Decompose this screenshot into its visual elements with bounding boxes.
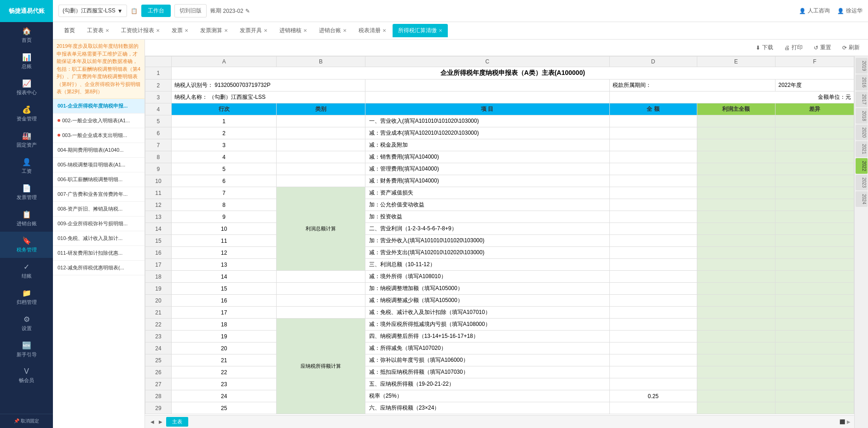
tab-salary[interactable]: 工资表 ✕ [81,24,115,37]
year-2020[interactable]: 2020 [856,125,868,140]
close-income-tax-tab[interactable]: ✕ [439,28,442,33]
scroll-icon: ⬛ [839,419,845,424]
scroll-right-icon[interactable]: ▶ [847,419,851,424]
table-row: 29 25 六、应纳所得税额（23×24） [145,402,854,414]
year-2016[interactable]: 2016 [856,74,868,90]
header-je: 全 额 [609,103,697,115]
tab-home[interactable]: 首页 [58,24,81,37]
close-salary-stats-tab[interactable]: ✕ [156,28,160,33]
unit-cell: 金额单位：元 [609,91,854,103]
tab-tax-forms[interactable]: 税表清册 ✕ [353,24,392,37]
table-row-meta-1: 2 纳税人识别号： 91320500703719732P 税款所属期间： 202… [145,80,854,91]
list-item-010[interactable]: 010-免税、减计收入及加计... [53,231,145,246]
list-item-005[interactable]: 005-纳税调整项目明细表(A1... [53,158,145,172]
sidebar-item-tax[interactable]: 🔖 税务管理 [0,232,53,258]
sheet-tabs-right: ⬛ ▶ [839,419,851,424]
table-row: 8 4 减：销售费用(填写A104000) [145,151,854,163]
sidebar-item-settle[interactable]: ✓ 结账 [0,258,53,284]
refresh-button[interactable]: ⟳ 刷新 [839,42,862,53]
sidebar-item-sales[interactable]: 📋 进销台账 [0,205,53,232]
sidebar-item-assets[interactable]: 🏭 固定资产 [0,127,53,153]
company-selector[interactable]: (勾删）江西服宝-LSS ▼ [58,5,127,17]
close-invoice-issue-tab[interactable]: ✕ [264,28,267,33]
reset-button[interactable]: ↺ 重置 [811,42,834,53]
assets-icon: 🏭 [22,131,31,140]
sidebar-item-invoice[interactable]: 📄 发票管理 [0,179,53,205]
company-name: (勾删）江西服宝-LSS [63,7,116,15]
table-row-headers: 4 行次 类别 项 目 全 额 利润主全额 差异 [145,103,854,115]
year-2021[interactable]: 2021 [856,141,868,157]
sidebar-item-reports[interactable]: 📈 报表中心 [0,74,53,101]
sheet-next-arrow[interactable]: ▶ [157,418,164,426]
close-invoice-tab[interactable]: ✕ [185,28,188,33]
year-2017[interactable]: 2017 [856,91,868,107]
row-num-2: 2 [145,80,172,91]
list-dot-002 [58,119,60,122]
col-B: B [277,57,365,67]
list-item-006[interactable]: 006-职工薪酬纳税调整明细... [53,172,145,187]
list-item-002[interactable]: 002-一般企业收入明细表(A1... [53,114,145,128]
list-item-001[interactable]: 001-企业所得税年度纳税申报... [53,99,145,114]
table-row: 12 8 加：公允价值变动收益 [145,199,854,211]
tab-income-tax[interactable]: 所得税汇算清缴 ✕ [393,24,448,37]
sheet-tab-main[interactable]: 主表 [166,417,188,427]
tab-invoice[interactable]: 发票 ✕ [166,24,194,37]
year-2019[interactable]: 2019 [856,58,868,74]
tab-invoice-issue[interactable]: 发票开具 ✕ [234,24,273,37]
table-row: 11 7 利润总额计算 减：资产减值损失 [145,187,854,199]
list-label-005: 005-纳税调整项目明细表(A1... [58,161,125,168]
list-item-009[interactable]: 009-企业所得税弥补亏损明细... [53,217,145,231]
sidebar-item-ledger[interactable]: 📊 总账 [0,48,53,74]
tab-salary-stats[interactable]: 工资统计报表 ✕ [116,24,165,37]
list-item-011[interactable]: 011-研发费用加计扣除优惠... [53,246,145,261]
sidebar-item-archive[interactable]: 📁 归档管理 [0,284,53,310]
list-item-007[interactable]: 007-广告费和业务宣传费跨年... [53,187,145,202]
sidebar-item-member[interactable]: V 畅会员 [0,363,53,388]
sidebar-item-home[interactable]: 🏠 首页 [0,22,53,48]
sheet-area[interactable]: A B C D E F 1 企业所 [145,56,854,428]
sidebar-item-settings[interactable]: ⚙ 设置 [0,310,53,337]
ai-consult[interactable]: 👤 人工咨询 [799,7,830,15]
table-row: 13 9 加：投资收益 [145,211,854,223]
workbench-button[interactable]: 工作台 [141,5,171,17]
col-F: F [775,57,854,67]
tax-icon: 🔖 [22,236,31,245]
header-lrje: 利润主全额 [697,103,775,115]
list-item-003[interactable]: 003-一般企业成本支出明细... [53,128,145,143]
list-item-008[interactable]: 008-资产折旧、摊销及纳税... [53,202,145,217]
close-invoice-calc-tab[interactable]: ✕ [224,28,228,33]
close-audit-tab[interactable]: ✕ [303,28,307,33]
list-item-004[interactable]: 004-期间费用明细表(A1040... [53,143,145,158]
close-ledger-tab[interactable]: ✕ [343,28,347,33]
tax-period-label: 税款所属期间： [609,80,775,91]
taxpayer-id-label: 纳税人识别号： 91320500703719732P [171,80,365,91]
sidebar-pin-toggle[interactable]: 📌 取消固定 [0,414,53,428]
year-2024[interactable]: 2024 [856,191,868,207]
table-row: 25 21 减：弥补以前年度亏损（填写A106000） [145,354,854,366]
close-salary-tab[interactable]: ✕ [105,28,109,33]
table-row: 14 10 二、营业利润（1-2-3-4-5-6-7-8+9） [145,223,854,235]
reports-icon: 📈 [22,79,31,88]
list-label-001: 001-企业所得税年度纳税申报... [58,103,127,109]
download-button[interactable]: ⬇ 下载 [753,42,776,53]
switch-button[interactable]: 切到旧版 [174,4,207,17]
settle-icon: ✓ [23,263,29,271]
print-button[interactable]: 🖨 打印 [781,42,805,53]
table-row: 18 14 减：境外所得（填写A108010） [145,271,854,283]
sidebar-item-salary[interactable]: 👤 工资 [0,153,53,179]
close-tax-forms-tab[interactable]: ✕ [382,28,386,33]
year-2018[interactable]: 2018 [856,108,868,124]
tab-invoice-calc[interactable]: 发票测算 ✕ [195,24,233,37]
sidebar-item-funds[interactable]: 💰 资金管理 [0,101,53,127]
period-edit-icon[interactable]: ✎ [245,8,250,14]
tab-ledger[interactable]: 进销台账 ✕ [313,24,352,37]
sidebar-item-guide[interactable]: 🆕 新手引导 [0,337,53,363]
year-2023[interactable]: 2023 [856,175,868,190]
tab-audit[interactable]: 进销稽核 ✕ [274,24,312,37]
period-info: 账期 2023-02 ✎ [210,7,250,15]
list-item-012[interactable]: 012-减免所得税优惠明细表(... [53,261,145,275]
user-profile[interactable]: 👤 徐运华 [837,7,862,15]
top-header: (勾删）江西服宝-LSS ▼ 📋 工作台 切到旧版 账期 2023-02 ✎ 👤… [53,0,868,22]
sheet-prev-arrow[interactable]: ◀ [149,418,156,426]
year-2022[interactable]: 2022 [856,158,868,174]
